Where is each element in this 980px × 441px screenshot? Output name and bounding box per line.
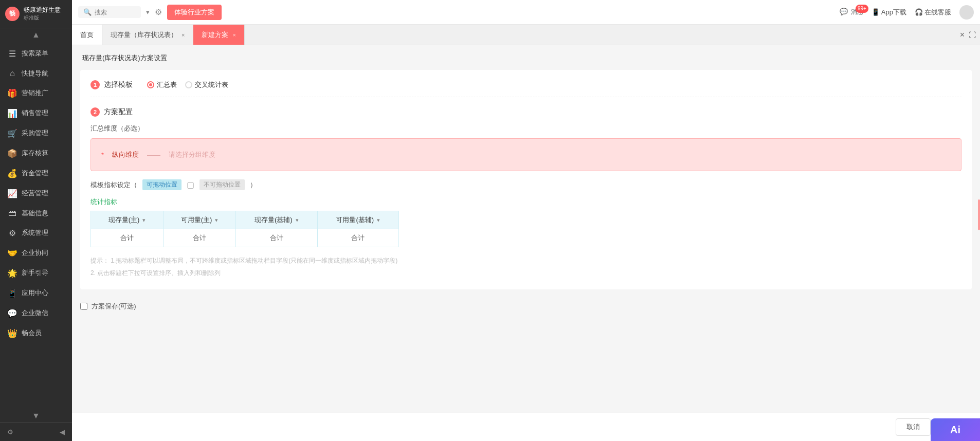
dimension-box: * 纵向维度 —— 请选择分组维度 (90, 138, 961, 171)
app-download-btn[interactable]: 📱 App下载 (872, 8, 906, 17)
logo-icon: 畅 (5, 7, 20, 21)
radio-cross-dot (185, 81, 192, 88)
tabs-right-controls: × ⛶ (960, 30, 980, 40)
app-center-icon: 📱 (7, 288, 17, 298)
collapse-icon[interactable]: ◀ (60, 428, 65, 436)
indicator-settings: 模板指标设定（ 可拖动位置 ▢ 不可拖动位置 ） (90, 179, 961, 190)
sidebar-item-quick-nav[interactable]: ⌂ 快捷导航 (0, 64, 72, 83)
ai-badge-label: Ai (950, 424, 960, 436)
sidebar-item-label: 营销推广 (22, 88, 48, 98)
tips-section: 提示： 1.拖动标题栏可以调整布局，不可跨维度或指标区域拖动栏目字段(只能在同一… (90, 254, 961, 279)
cell-available-main-total: 合计 (164, 229, 236, 247)
scroll-indicator (978, 199, 980, 230)
sidebar-item-purchase[interactable]: 🛒 采购管理 (0, 123, 72, 143)
cell-stock-main-total: 合计 (91, 229, 164, 247)
tab-inventory-close[interactable]: × (182, 32, 185, 38)
sidebar-item-wechat[interactable]: 💬 企业微信 (0, 303, 72, 323)
aggregate-label: 汇总维度（必选） (90, 124, 961, 133)
scheme-panel: 1 选择模板 汇总表 交叉统计表 2 方案 (80, 70, 972, 289)
sidebar-item-basic-info[interactable]: 🗃 基础信息 (0, 204, 72, 223)
tab-close-icon[interactable]: × (960, 30, 965, 40)
cell-available-aux-total: 合计 (317, 229, 398, 247)
sidebar-item-member[interactable]: 👑 畅会员 (0, 323, 72, 343)
tab-inventory-label: 现存量（库存状况表） (111, 30, 177, 40)
scroll-up-btn[interactable]: ▲ (0, 28, 72, 42)
tab-expand-icon[interactable]: ⛶ (969, 31, 976, 39)
radio-summary-label: 汇总表 (157, 80, 177, 89)
search-dropdown-icon[interactable]: ▾ (146, 8, 150, 16)
sidebar-item-inventory[interactable]: 📦 库存核算 (0, 143, 72, 163)
message-btn[interactable]: 💬 99+ 消息 (840, 8, 863, 16)
sidebar-item-label: 资金管理 (22, 169, 48, 178)
col-available-aux-dropdown[interactable]: ▾ (377, 217, 380, 224)
app-name: 畅康通好生意 (24, 6, 61, 14)
save-checkbox[interactable] (80, 303, 87, 310)
col-stock-aux-dropdown[interactable]: ▾ (296, 217, 299, 224)
industry-btn[interactable]: 体验行业方案 (167, 5, 222, 20)
bottom-bar: 取消 查询 (72, 413, 980, 441)
headset-icon: 🎧 (915, 8, 923, 16)
cooperation-icon: 🤝 (7, 248, 17, 258)
sidebar-item-label: 企业微信 (22, 308, 48, 318)
dimension-placeholder[interactable]: 请选择分组维度 (169, 150, 215, 159)
page-title: 现存量(库存状况表)方案设置 (80, 53, 972, 63)
tab-home-label: 首页 (80, 30, 94, 40)
sidebar-item-app-center[interactable]: 📱 应用中心 (0, 283, 72, 303)
sidebar-item-guide[interactable]: 🌟 新手引导 (0, 263, 72, 283)
quick-nav-icon: ⌂ (7, 69, 17, 78)
sidebar-item-marketing[interactable]: 🎁 营销推广 (0, 83, 72, 103)
sidebar-item-operations[interactable]: 📈 经营管理 (0, 183, 72, 204)
sidebar-item-cooperation[interactable]: 🤝 企业协同 (0, 243, 72, 263)
tag-fixed: 不可拖动位置 (199, 179, 245, 190)
inventory-icon: 📦 (7, 149, 17, 158)
marketing-icon: 🎁 (7, 88, 17, 98)
sidebar-item-search-menu[interactable]: ☰ 搜索菜单 (0, 44, 72, 64)
customer-service-btn[interactable]: 🎧 在线客服 (915, 8, 951, 17)
tag-movable: 可拖动位置 (142, 179, 182, 190)
col-available-main-dropdown[interactable]: ▾ (215, 217, 218, 224)
finance-icon: 💰 (7, 169, 17, 178)
step1-number: 1 (90, 80, 100, 89)
step2-section: 2 方案配置 汇总维度（必选） * 纵向维度 —— 请选择分组维度 模板指标设定… (90, 107, 961, 279)
stats-section: 统计指标 现存量(主) ▾ (90, 197, 961, 247)
scroll-down-btn[interactable]: ▼ (0, 409, 72, 422)
settings-icon[interactable]: ⚙ (7, 428, 13, 436)
radio-summary[interactable]: 汇总表 (147, 80, 177, 89)
tab-home[interactable]: 首页 (72, 25, 102, 45)
gear-icon[interactable]: ⚙ (155, 7, 162, 17)
cancel-button[interactable]: 取消 (896, 418, 931, 436)
dimension-dash: —— (147, 151, 160, 159)
search-input[interactable] (95, 9, 136, 16)
step2-header: 2 方案配置 (90, 107, 961, 117)
tag-separator: ▢ (187, 180, 194, 190)
message-icon: 💬 (840, 8, 848, 15)
system-icon: ⚙ (7, 228, 17, 238)
search-icon: 🔍 (83, 8, 92, 16)
col-stock-aux: 现存量(基辅) ▾ (236, 211, 317, 229)
tab-bar: 首页 现存量（库存状况表） × 新建方案 × × ⛶ (72, 25, 980, 45)
search-box[interactable]: 🔍 (78, 6, 141, 18)
col-stock-main-dropdown[interactable]: ▾ (142, 217, 146, 224)
ai-badge[interactable]: Ai (931, 418, 980, 441)
content-area: 现存量(库存状况表)方案设置 1 选择模板 汇总表 交叉统计表 (72, 45, 980, 413)
sidebar-nav: ☰ 搜索菜单 ⌂ 快捷导航 🎁 营销推广 📊 销售管理 🛒 采购管理 📦 库存核… (0, 42, 72, 409)
tab-inventory-status[interactable]: 现存量（库存状况表） × (102, 25, 193, 45)
wechat-icon: 💬 (7, 308, 17, 318)
indicator-suffix: ） (250, 180, 257, 190)
sidebar-item-system[interactable]: ⚙ 系统管理 (0, 223, 72, 243)
save-label: 方案保存(可选) (92, 302, 136, 311)
cell-stock-aux-total: 合计 (236, 229, 317, 247)
radio-cross[interactable]: 交叉统计表 (185, 80, 228, 89)
sidebar-item-label: 销售管理 (22, 108, 48, 118)
sidebar-item-label: 搜索菜单 (22, 49, 48, 58)
table-header-row: 现存量(主) ▾ 可用量(主) ▾ (91, 211, 399, 229)
tab-new-scheme-close[interactable]: × (232, 32, 235, 38)
sales-icon: 📊 (7, 108, 17, 118)
sidebar-item-sales[interactable]: 📊 销售管理 (0, 103, 72, 123)
step1-title: 选择模板 (104, 80, 133, 89)
topbar-right: 💬 99+ 消息 📱 App下载 🎧 在线客服 (840, 5, 974, 20)
tab-new-scheme[interactable]: 新建方案 × (193, 25, 244, 45)
sidebar: 畅 畅康通好生意 标准版 ▲ ☰ 搜索菜单 ⌂ 快捷导航 🎁 营销推广 📊 销售… (0, 0, 72, 441)
sidebar-item-finance[interactable]: 💰 资金管理 (0, 163, 72, 183)
user-avatar[interactable] (959, 5, 974, 20)
